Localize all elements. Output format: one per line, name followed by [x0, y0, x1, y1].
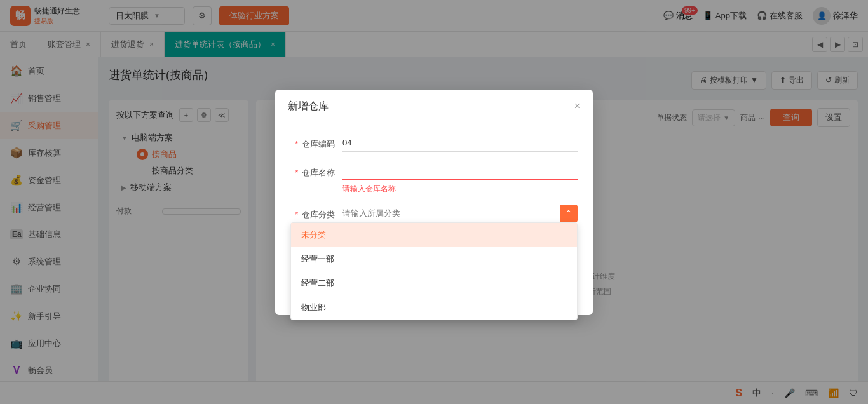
modal-overlay: 新增仓库 × * 仓库编码 * 仓库名称 — [0, 0, 868, 404]
dropdown-option-1[interactable]: 经营一部 — [291, 247, 577, 271]
category-input[interactable] — [342, 205, 578, 222]
code-input[interactable] — [342, 134, 578, 152]
dropdown-option-2[interactable]: 经营二部 — [291, 271, 577, 295]
modal-header: 新增仓库 × — [275, 90, 593, 121]
code-field-row: * 仓库编码 — [290, 134, 578, 152]
modal-close-button[interactable]: × — [574, 100, 580, 112]
category-dropdown-list: 未分类 经营一部 经营二部 物业部 — [290, 222, 578, 320]
code-label: * 仓库编码 — [290, 134, 335, 150]
modal-title: 新增仓库 — [288, 100, 329, 113]
category-dropdown-toggle[interactable]: ⌃ — [560, 205, 578, 222]
category-label: * 仓库分类 — [290, 205, 335, 220]
name-error-message: 请输入仓库名称 — [342, 184, 396, 194]
name-label: * 仓库名称 — [290, 163, 335, 178]
category-field-row: * 仓库分类 ⌃ 未分类 经营一部 — [290, 205, 578, 222]
name-input[interactable] — [342, 162, 578, 180]
modal-dialog: 新增仓库 × * 仓库编码 * 仓库名称 — [275, 90, 593, 315]
code-required-mark: * — [295, 139, 298, 149]
cat-required-mark: * — [295, 210, 298, 219]
dropdown-option-3[interactable]: 物业部 — [291, 295, 577, 320]
chevron-up-icon: ⌃ — [565, 208, 573, 219]
name-field-row: * 仓库名称 请输入仓库名称 — [290, 162, 578, 194]
dropdown-option-0[interactable]: 未分类 — [291, 223, 577, 247]
modal-body: * 仓库编码 * 仓库名称 请输入仓库名称 — [275, 121, 593, 273]
category-select-wrapper: ⌃ 未分类 经营一部 经营二部 物业部 — [342, 205, 578, 222]
name-required-mark: * — [295, 168, 298, 177]
